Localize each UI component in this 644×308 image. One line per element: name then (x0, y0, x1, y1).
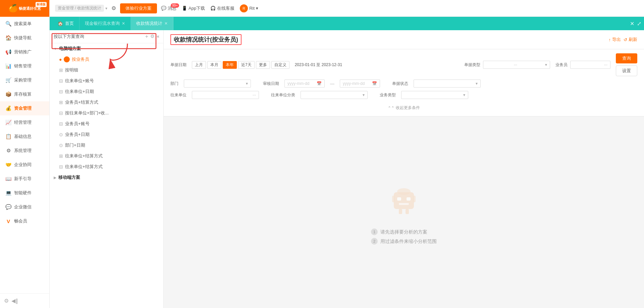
desktop-scheme-label: 电脑端方案 (59, 46, 81, 52)
sidebar-item-finance[interactable]: 💰 资金管理 (0, 101, 49, 115)
partner-settlement1-label: 往来单位+结算方式 (65, 153, 103, 159)
dept-date-icon: ⊙ (59, 143, 63, 148)
sidebar-item-sales[interactable]: 📊 销售管理 (0, 59, 49, 73)
biz-type-select[interactable]: ▾ (401, 91, 468, 99)
online-service-button[interactable]: 🎧 在线客服 (210, 5, 234, 11)
topbar-icons: 💬 消息 99+ 📱 App下载 🎧 在线客服 R Rit ▾ (161, 4, 258, 12)
sidebar-item-label: 搜索菜单 (14, 21, 32, 27)
scheme-item-salesperson-account[interactable]: ⊟ 业务员+账号 (50, 118, 163, 129)
doc-type-more[interactable]: ··· (514, 62, 517, 67)
date-btn-this-month[interactable]: 本月 (207, 61, 221, 69)
sidebar-item-basic-info[interactable]: 📋 基础信息 (0, 130, 49, 144)
review-date-to-input[interactable]: yyyy-mm-dd 📅 (340, 80, 380, 88)
date-btn-more[interactable]: 更多 (256, 61, 270, 69)
filter-action-buttons: 查询 设置 (616, 53, 637, 76)
refresh-button[interactable]: ↺ 刷新 (624, 37, 637, 43)
tab-home[interactable]: 🏠 首页 (52, 17, 79, 30)
scheme-item-by-salesperson[interactable]: ● 按业务员 (50, 54, 163, 65)
sidebar-item-wechat[interactable]: 💬 企业微信 (0, 200, 49, 214)
settings-button[interactable]: 设置 (616, 65, 637, 76)
scheme-panel-actions: + ⚙ « (145, 34, 159, 40)
sidebar-settings-btn[interactable]: ⚙ (4, 298, 9, 304)
calendar-from-icon[interactable]: 📅 (317, 81, 322, 86)
sidebar-item-purchase[interactable]: 🛒 采购管理 (0, 73, 49, 87)
date-btn-custom[interactable]: 自定义 (271, 61, 289, 69)
dept-select[interactable]: ▾ (184, 80, 251, 88)
collapse-panel-btn[interactable]: « (157, 34, 159, 40)
tab-collection[interactable]: 收款情况统计 ✕ (131, 17, 173, 30)
page-header-actions: ↑ 导出 ↺ 刷新 (609, 37, 638, 43)
salesperson-more[interactable]: ··· (604, 62, 607, 67)
empty-state: 1 请先选择要分析的方案 2 用过滤条件来缩小分析范围 (164, 116, 644, 308)
add-scheme-btn[interactable]: + (145, 34, 148, 40)
sidebar-collapse-btn[interactable]: ◀‖ (11, 298, 18, 304)
sidebar-item-operations[interactable]: 📈 经营管理 (0, 115, 49, 130)
sidebar-item-enterprise[interactable]: 🤝 企业协同 (0, 158, 49, 172)
by-salesperson-icon: ● (59, 57, 62, 62)
app-download-button[interactable]: 📱 App下载 (182, 5, 205, 11)
salesperson-settlement-label: 业务员+结算方式 (65, 99, 98, 105)
scheme-item-salesperson-date[interactable]: ⊙ 业务员+日期 (50, 129, 163, 140)
user-name: Rit (249, 6, 255, 11)
partner-more-btn[interactable]: ··· (253, 93, 256, 97)
sidebar-item-label: 快捷导航 (14, 35, 32, 41)
scheme-item-partner-settlement2[interactable]: ⊟ 往来单位+结算方式 (50, 161, 163, 172)
sidebar-item-search-menu[interactable]: 🔍 搜索菜单 (0, 17, 49, 31)
export-button[interactable]: ↑ 导出 (609, 37, 621, 43)
empty-step-1: 1 请先选择要分析的方案 (371, 227, 437, 237)
empty-illustration (384, 179, 424, 219)
by-salesperson-label: 按业务员 (72, 56, 89, 62)
salesperson-select[interactable]: ··· (570, 61, 610, 69)
scheme-item-by-partner-dept[interactable]: ⊟ 按往来单位+部门+收... (50, 108, 163, 118)
svg-rect-3 (399, 203, 409, 205)
scheme-item-partner-date[interactable]: ⊟ 往来单位+日期 (50, 86, 163, 97)
partner-dept-label: 按往来单位+部门+收... (65, 110, 109, 116)
sidebar-item-smart-hw[interactable]: 💻 智能硬件 (0, 186, 49, 200)
date-btn-last-month[interactable]: 上月 (192, 61, 206, 69)
close-window-icon[interactable]: ✕ (630, 20, 634, 27)
collapse-filter-btn[interactable]: ⌃⌃ 收起更多条件 (170, 102, 637, 112)
sidebar-item-system[interactable]: ⚙ 系统管理 (0, 144, 49, 158)
topbar-settings-icon[interactable]: ⚙ (111, 5, 116, 11)
sidebar-item-guide[interactable]: 📖 新手引导 (0, 172, 49, 186)
sidebar-item-inventory[interactable]: 📦 库存核算 (0, 87, 49, 101)
doc-status-select[interactable]: ▾ (414, 80, 481, 88)
wechat-icon: 💬 (5, 204, 11, 210)
breadcrumb-chevron[interactable]: ▾ (105, 6, 107, 11)
partner-cat-select[interactable]: ▾ (301, 91, 368, 99)
review-date-from-input[interactable]: yyyy-mm-dd 📅 (284, 80, 325, 88)
scheme-item-dept-date[interactable]: ⊙ 部门+日期 (50, 140, 163, 151)
user-menu[interactable]: R Rit ▾ (240, 4, 258, 12)
trial-button[interactable]: 体验行业方案 (120, 3, 157, 13)
purchase-icon: 🛒 (5, 77, 11, 83)
tab-collection-close[interactable]: ✕ (164, 21, 168, 26)
tree-arrow-mobile[interactable]: ▶ (54, 176, 56, 179)
filter-row-partner: 往来单位 ··· 往来单位分类 ▾ 业务类型 ▾ (170, 91, 637, 99)
sidebar-item-label: 资金管理 (14, 105, 32, 111)
tab-bank[interactable]: 现金银行流水查询 ✕ (79, 17, 131, 30)
query-button[interactable]: 查询 (616, 53, 637, 63)
sidebar-item-member[interactable]: V 畅会员 (0, 214, 49, 228)
date-btn-this-year[interactable]: 本年 (223, 61, 237, 69)
partner-select[interactable]: ··· (192, 91, 259, 99)
partner-settlement1-icon: ⊞ (59, 153, 63, 159)
filter-row-date: 单据日期 上月 本月 本年 近7天 更多 自定义 2023-01-01 至 20… (170, 53, 637, 76)
sidebar-item-quick-nav[interactable]: 🏠 快捷导航 (0, 31, 49, 45)
calendar-to-icon[interactable]: 📅 (372, 81, 377, 86)
by-detail-label: 按明细 (65, 67, 78, 73)
messages-button[interactable]: 💬 消息 99+ (161, 5, 176, 11)
maximize-window-icon[interactable]: ⤢ (637, 20, 641, 27)
step-1-num: 1 (371, 228, 378, 235)
date-btn-7days[interactable]: 近7天 (238, 61, 255, 69)
doc-type-select[interactable]: ··· ▾ (483, 61, 550, 69)
scheme-item-salesperson-settlement[interactable]: ⊞ 业务员+结算方式 (50, 97, 163, 108)
salesperson-account-label: 业务员+账号 (65, 121, 90, 127)
sidebar-item-marketing[interactable]: 📢 营销推广 (0, 45, 49, 59)
tree-arrow-desktop[interactable]: ▼ (54, 47, 57, 51)
svg-rect-1 (397, 197, 401, 201)
scheme-settings-icon[interactable]: ⚙ (150, 34, 155, 40)
scheme-item-partner-settlement1[interactable]: ⊞ 往来单位+结算方式 (50, 151, 163, 161)
scheme-item-by-detail[interactable]: ⊞ 按明细 (50, 65, 163, 75)
tab-bank-close[interactable]: ✕ (122, 21, 125, 26)
scheme-item-partner-account[interactable]: ⊟ 往来单位+账号 (50, 75, 163, 86)
